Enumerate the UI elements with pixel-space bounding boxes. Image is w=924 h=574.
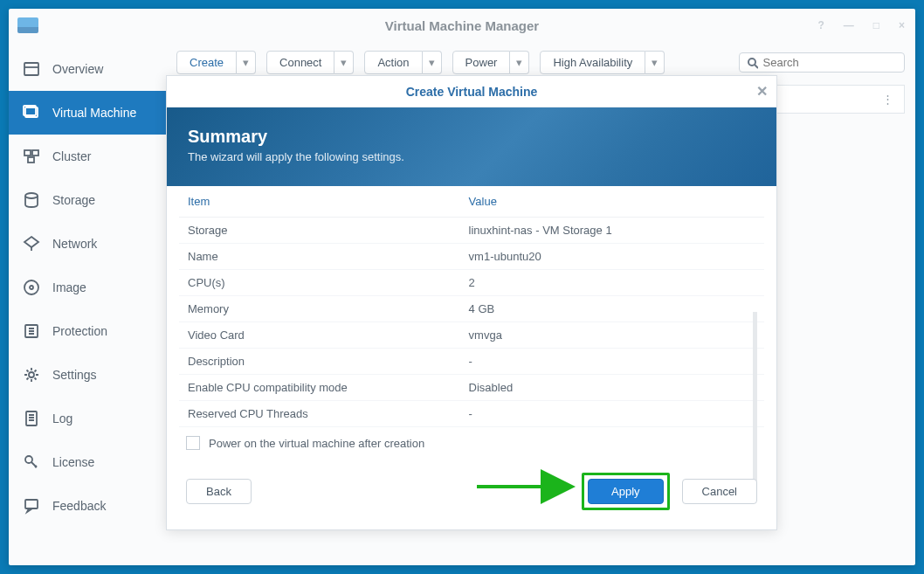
sidebar-item-feedback[interactable]: Feedback: [9, 484, 166, 528]
cell-item: Reserved CPU Threads: [179, 401, 460, 427]
sidebar-item-label: Storage: [52, 193, 95, 207]
svg-point-12: [25, 456, 32, 463]
table-row: Description-: [179, 349, 764, 375]
minimize-button[interactable]: —: [838, 17, 859, 33]
network-icon: [23, 235, 40, 252]
svg-rect-13: [25, 500, 38, 508]
sidebar-item-storage[interactable]: Storage: [9, 178, 166, 222]
app-title: Virtual Machine Manager: [385, 18, 539, 33]
modal-footer: Back Apply Cancel: [167, 462, 776, 529]
cell-item: Name: [179, 244, 460, 270]
cell-item: Description: [179, 349, 460, 375]
image-icon: [23, 279, 40, 296]
svg-point-8: [30, 286, 33, 289]
sidebar-item-label: Settings: [52, 368, 97, 382]
create-button[interactable]: Create: [176, 51, 237, 74]
cell-item: CPU(s): [179, 270, 460, 296]
action-dropdown[interactable]: ▾: [423, 51, 442, 74]
cell-value: linuxhint-nas - VM Storage 1: [460, 218, 764, 244]
svg-rect-11: [26, 411, 37, 425]
log-icon: [23, 410, 40, 427]
key-icon: [23, 453, 40, 471]
search-input[interactable]: [763, 56, 898, 69]
ha-button[interactable]: High Availability: [540, 51, 645, 74]
maximize-button[interactable]: □: [868, 17, 885, 33]
back-button[interactable]: Back: [186, 479, 252, 504]
cell-value: 2: [460, 270, 764, 296]
table-row: Video Cardvmvga: [179, 322, 764, 349]
svg-point-6: [25, 193, 38, 198]
column-menu-icon[interactable]: ⋮: [882, 93, 893, 106]
col-value: Value: [460, 186, 764, 218]
create-button-group: Create ▾: [176, 51, 256, 74]
svg-rect-4: [32, 150, 38, 156]
table-row: Storagelinuxhint-nas - VM Storage 1: [179, 218, 764, 244]
search-box[interactable]: [739, 52, 905, 73]
table-row: Enable CPU compatibility modeDisabled: [179, 375, 764, 401]
svg-rect-3: [24, 150, 31, 156]
cell-item: Enable CPU compatibility mode: [179, 375, 460, 401]
sidebar-item-cluster[interactable]: Cluster: [9, 135, 166, 178]
sidebar-item-license[interactable]: License: [9, 440, 166, 484]
svg-point-10: [29, 372, 34, 377]
sidebar-item-virtual-machine[interactable]: Virtual Machine: [9, 91, 166, 135]
cell-value: -: [460, 401, 764, 427]
checkbox-label: Power on the virtual machine after creat…: [209, 437, 424, 450]
sidebar-item-protection[interactable]: Protection: [9, 309, 166, 353]
ha-dropdown[interactable]: ▾: [645, 51, 665, 74]
feedback-icon: [23, 497, 40, 515]
power-on-checkbox[interactable]: [186, 436, 200, 450]
banner-title: Summary: [188, 127, 755, 147]
svg-point-7: [24, 280, 38, 294]
annotation-arrow: [477, 478, 582, 499]
sidebar-item-overview[interactable]: Overview: [9, 47, 166, 91]
help-button[interactable]: ?: [812, 17, 829, 33]
cancel-button[interactable]: Cancel: [682, 479, 757, 504]
connect-button[interactable]: Connect: [266, 51, 334, 74]
power-on-checkbox-row: Power on the virtual machine after creat…: [167, 427, 776, 462]
power-button[interactable]: Power: [452, 51, 511, 74]
table-row: Namevm1-ubuntu20: [179, 244, 764, 270]
modal-banner: Summary The wizard will apply the follow…: [167, 107, 776, 186]
scrollbar[interactable]: [753, 312, 757, 487]
sidebar-item-label: Network: [52, 237, 97, 251]
connect-button-group: Connect ▾: [266, 51, 354, 74]
svg-rect-0: [24, 63, 38, 75]
sidebar-item-settings[interactable]: Settings: [9, 353, 166, 397]
summary-table: Item Value Storagelinuxhint-nas - VM Sto…: [167, 186, 776, 427]
cell-value: Disabled: [460, 375, 764, 401]
sidebar: Overview Virtual Machine Cluster Storage…: [9, 42, 166, 565]
create-dropdown[interactable]: ▾: [237, 51, 256, 74]
cell-item: Video Card: [179, 322, 460, 349]
app-icon: [17, 17, 38, 33]
power-button-group: Power ▾: [452, 51, 530, 74]
cell-value: -: [460, 349, 764, 375]
sidebar-item-label: Feedback: [52, 499, 106, 513]
action-button[interactable]: Action: [364, 51, 422, 74]
apply-highlight: Apply: [582, 473, 670, 510]
dashboard-icon: [23, 60, 40, 78]
ha-button-group: High Availability ▾: [540, 51, 665, 74]
table-row: CPU(s)2: [179, 270, 764, 296]
cell-value: vmvga: [460, 322, 764, 349]
apply-button[interactable]: Apply: [588, 479, 664, 504]
sidebar-item-label: Log: [52, 411, 72, 425]
modal-header: Create Virtual Machine ✕: [167, 76, 776, 107]
svg-point-14: [748, 59, 755, 66]
sidebar-item-network[interactable]: Network: [9, 222, 166, 266]
table-row: Reserved CPU Threads-: [179, 401, 764, 427]
cell-item: Storage: [179, 218, 460, 244]
connect-dropdown[interactable]: ▾: [334, 51, 354, 74]
power-dropdown[interactable]: ▾: [510, 51, 529, 74]
vm-icon: [23, 104, 40, 121]
cluster-icon: [23, 148, 40, 165]
sidebar-item-image[interactable]: Image: [9, 266, 166, 309]
table-row: Memory4 GB: [179, 296, 764, 322]
sidebar-item-log[interactable]: Log: [9, 397, 166, 440]
cell-value: vm1-ubuntu20: [460, 244, 764, 270]
close-button[interactable]: ×: [893, 17, 910, 33]
cell-item: Memory: [179, 296, 460, 322]
sidebar-item-label: License: [52, 455, 94, 469]
cell-value: 4 GB: [460, 296, 764, 322]
close-icon[interactable]: ✕: [756, 83, 768, 100]
